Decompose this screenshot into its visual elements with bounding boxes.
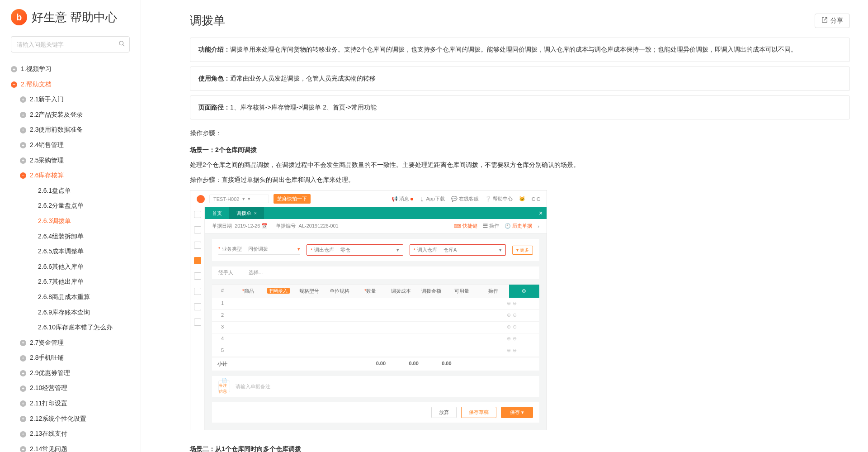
rail-list-icon [194, 242, 201, 249]
expand-icon: + [20, 127, 26, 133]
nav-l3-6[interactable]: 2.6.7其他出库单 [11, 274, 130, 290]
nav-l2-12[interactable]: +2.13在线支付 [11, 426, 130, 442]
brand: b 好生意 帮助中心 [11, 9, 130, 25]
expand-icon: + [20, 431, 26, 438]
nav-l3-4[interactable]: 2.6.5成本调整单 [11, 244, 130, 259]
nav-l2-1[interactable]: +2.2产品安装及登录 [11, 107, 130, 123]
nav-l3-9[interactable]: 2.6.10库存账本错了怎么办 [11, 320, 130, 335]
expand-icon: + [20, 142, 26, 148]
expand-icon: + [20, 370, 26, 376]
expand-icon: + [20, 355, 26, 362]
expand-icon: + [20, 157, 26, 164]
collapse-icon: − [20, 172, 26, 179]
scene1-title: 场景一：2个仓库间调拨 [190, 144, 850, 156]
shot-cs-link: 💬 在线客服 [451, 195, 479, 202]
collapse-icon: − [11, 81, 17, 88]
nav-l3-3[interactable]: 2.6.4组装拆卸单 [11, 229, 130, 244]
nav-l2-11[interactable]: +2.12系统个性化设置 [11, 411, 130, 427]
rail-home-icon [194, 211, 201, 218]
brand-title: 好生意 帮助中心 [32, 10, 117, 25]
search-input[interactable] [11, 36, 130, 52]
rail-app-icon [194, 303, 201, 310]
search-box [11, 36, 130, 52]
nav-l2-13[interactable]: +2.14常见问题 [11, 442, 130, 452]
nav-l3-7[interactable]: 2.6.8商品成本重算 [11, 290, 130, 305]
expand-icon: + [20, 96, 26, 103]
role-box: 使用角色：通常由业务人员发起调拨，仓管人员完成实物的转移 [190, 67, 850, 91]
shot-hist-link: 🕘 历史单据 [505, 223, 532, 229]
nav-l2-4[interactable]: +2.5采购管理 [11, 153, 130, 168]
page-title: 调拨单 [190, 13, 225, 29]
shot-draft-button: 保存草稿 [461, 407, 496, 418]
shot-lang-badge: 芝麻快拍一下 [274, 194, 311, 204]
shot-more-btn: ▾ 更多 [512, 246, 533, 255]
shot-tab-home: 首页 [205, 207, 229, 219]
sidebar: b 好生意 帮助中心 +1.视频学习 −2.帮助文档 +2.1新手入门 +2.2… [0, 0, 141, 452]
nav-l2-0[interactable]: +2.1新手入门 [11, 92, 130, 107]
expand-icon: + [20, 340, 26, 346]
expand-icon: + [20, 112, 26, 118]
nav-l1-docs[interactable]: −2.帮助文档 [11, 77, 130, 92]
close-icon: × [254, 211, 257, 216]
nav-l2-3[interactable]: +2.4销售管理 [11, 138, 130, 153]
brand-logo: b [11, 9, 27, 25]
screenshot-1: TEST-H002 ▾ ▾ 芝麻快拍一下 📢 消息 ⭳ App下载 💬 在线客服… [190, 190, 547, 430]
nav-l3-8[interactable]: 2.6.9库存账本查询 [11, 305, 130, 320]
shot-user: C C [532, 196, 540, 202]
shot-save-button: 保存 ▾ [501, 407, 533, 418]
nav-l2-8[interactable]: +2.9优惠券管理 [11, 366, 130, 381]
rail-report-icon [194, 288, 201, 295]
nav-l3-2[interactable]: 2.6.3调拨单 [11, 214, 130, 229]
shot-tab-doc: 调拨单× [229, 207, 264, 219]
nav-l2-10[interactable]: +2.11打印设置 [11, 396, 130, 411]
shot-logo-icon [197, 195, 205, 203]
rail-doc-icon [194, 226, 201, 233]
scene2-title: 场景二：从1个仓库同时向多个仓库调拨 [190, 443, 850, 452]
nav-l2-9[interactable]: +2.10经营管理 [11, 381, 130, 396]
nav-tree: +1.视频学习 −2.帮助文档 +2.1新手入门 +2.2产品安装及登录 +2.… [11, 62, 130, 452]
share-icon [821, 17, 828, 24]
nav-l2-6[interactable]: +2.7资金管理 [11, 335, 130, 351]
rail-fin-icon [194, 272, 201, 280]
nav-l1-video[interactable]: +1.视频学习 [11, 62, 130, 77]
shot-app-link: ⭳ App下载 [420, 195, 445, 202]
shot-op-link: ☰ 操作 [483, 223, 499, 229]
shot-quick-link: ⌨ 快捷键 [454, 223, 477, 229]
shot-rail [190, 207, 205, 430]
nav-l3-5[interactable]: 2.6.6其他入库单 [11, 259, 130, 275]
shot-store-select: TEST-H002 ▾ ▾ [209, 195, 269, 203]
nav-l3-0[interactable]: 2.6.1盘点单 [11, 183, 130, 199]
main-content: 调拨单 分享 功能介绍：调拨单用来处理仓库间货物的转移业务。支持2个仓库间的调拨… [141, 0, 868, 452]
steps-heading: 操作步骤： [190, 129, 850, 138]
nav-l2-5[interactable]: −2.6库存核算 [11, 168, 130, 183]
shot-tabs-close-icon: × [535, 207, 547, 219]
expand-icon: + [20, 385, 26, 392]
remark-icon: 📄备注信息 [218, 381, 230, 392]
chevron-right-icon: › [538, 224, 539, 229]
shot-avatar: 🐱 [519, 196, 525, 202]
gear-icon: ⚙ [509, 285, 540, 298]
expand-icon: + [20, 400, 26, 407]
expand-icon: + [20, 416, 26, 422]
shot-discard-button: 放弃 [431, 407, 457, 418]
nav-l2-7[interactable]: +2.8手机旺铺 [11, 350, 130, 366]
path-box: 页面路径：1、库存核算->库存管理->调拨单 2、首页->常用功能 [190, 95, 850, 120]
nav-l2-2[interactable]: +2.3使用前数据准备 [11, 122, 130, 138]
expand-icon: + [11, 66, 17, 72]
scene1-p1: 处理2个仓库之间的商品调拨，在调拨过程中不会发生商品数量的不一致性。主要处理近距… [190, 159, 850, 171]
rail-set-icon [194, 319, 201, 326]
intro-box: 功能介绍：调拨单用来处理仓库间货物的转移业务。支持2个仓库间的调拨，也支持多个仓… [190, 38, 850, 62]
scene1-p2: 操作步骤：直接通过单据头的调出仓库和调入仓库来处理。 [190, 174, 850, 186]
nav-l3-1[interactable]: 2.6.2分量盘点单 [11, 198, 130, 214]
rail-stock-icon [194, 257, 201, 264]
share-button[interactable]: 分享 [815, 14, 850, 28]
expand-icon: + [20, 446, 26, 452]
shot-msg-link: 📢 消息 [392, 195, 413, 202]
shot-help-link: ❔ 帮助中心 [485, 195, 513, 202]
